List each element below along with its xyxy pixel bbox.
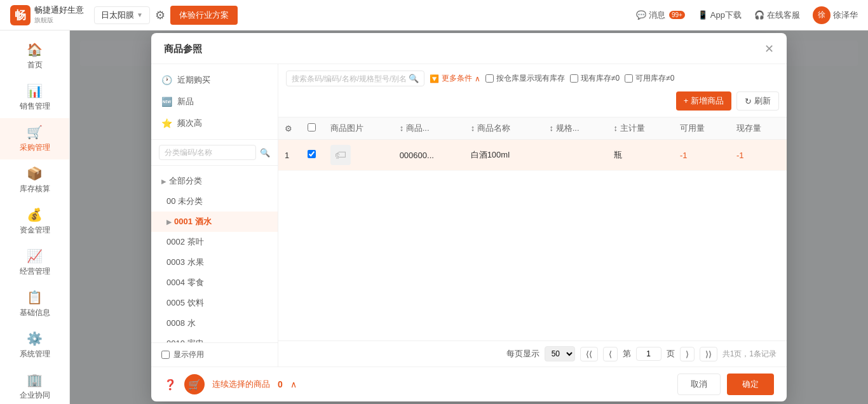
tree-item-0003[interactable]: 0003 水果 (151, 252, 278, 273)
sidebar-item-inventory[interactable]: 📦 库存核算 (0, 159, 69, 201)
select-all-checkbox[interactable] (308, 123, 316, 131)
app-icon: 📱 (698, 10, 708, 20)
tree-item-0001[interactable]: ▶ 0001 酒水 (151, 212, 278, 232)
customer-service-button[interactable]: 🎧 在线客服 (754, 10, 800, 21)
tree-item-00[interactable]: 00 未分类 (151, 191, 278, 212)
show-disabled-checkbox[interactable] (161, 351, 170, 359)
first-page-button[interactable]: ⟨⟨ (580, 347, 598, 361)
sidebar-label-home: 首页 (27, 60, 43, 71)
table-row[interactable]: 1 🏷 000600... 白酒100ml 瓶 (278, 140, 787, 171)
logo-sub: 旗舰版 (34, 16, 84, 25)
existing-stock-check[interactable] (570, 74, 578, 83)
tree-item-0002[interactable]: 0002 茶叶 (151, 232, 278, 252)
sidebar-item-basic[interactable]: 📋 基础信息 (0, 283, 69, 325)
nav-selector[interactable]: 日太阳膜 ▼ (94, 6, 150, 24)
warehouse-stock-check[interactable] (485, 74, 494, 83)
col-spec-label: ↕ 规格... (550, 123, 580, 133)
next-page-button[interactable]: ⟩ (680, 347, 695, 361)
sidebar: 🏠 首页 📊 销售管理 🛒 采购管理 📦 库存核算 💰 资金管理 📈 经营管理 … (0, 30, 70, 404)
col-checkbox (301, 118, 324, 140)
tree-arrow-0001-icon: ▶ (166, 219, 172, 226)
nav-right: 💬 消息 99+ 📱 App下载 🎧 在线客服 徐 徐泽华 (636, 6, 858, 24)
sidebar-item-home[interactable]: 🏠 首页 (0, 36, 69, 77)
available-stock-check[interactable] (625, 74, 633, 83)
sidebar-label-system: 系统管理 (20, 349, 50, 360)
collapse-icon[interactable]: ∧ (290, 379, 297, 389)
sidebar-item-enterprise[interactable]: 🏢 企业协同 (0, 366, 69, 404)
user-profile[interactable]: 徐 徐泽华 (813, 6, 858, 24)
tree-item-0010[interactable]: 0010 家电 (151, 333, 278, 342)
prev-page-button[interactable]: ⟨ (603, 347, 618, 361)
settings-icon[interactable]: ⚙ (155, 8, 165, 22)
tab-new-label: 新品 (177, 96, 194, 107)
filter-button[interactable]: 🔽 更多条件 ∧ (430, 73, 480, 84)
row-stock: -1 (730, 140, 787, 171)
col-unit[interactable]: ↕ 主计量 (607, 118, 674, 140)
confirm-button[interactable]: 确定 (727, 374, 774, 395)
sales-icon: 📊 (27, 83, 43, 98)
sidebar-item-finance[interactable]: 💰 资金管理 (0, 201, 69, 242)
category-search-icon[interactable]: 🔍 (260, 148, 270, 158)
toolbar-right: + 新增商品 ↻ 刷新 (676, 91, 779, 111)
checkbox-warehouse-stock[interactable]: 按仓库显示现有库存 (485, 73, 565, 84)
tab-frequent-label: 频次高 (177, 118, 202, 129)
tab-recent-purchase[interactable]: 🕐 近期购买 (151, 69, 278, 91)
help-icon[interactable]: ❓ (164, 379, 177, 391)
message-badge: 99+ (669, 11, 685, 19)
tree-item-0004[interactable]: 0004 零食 (151, 273, 278, 293)
row-checkbox[interactable] (308, 150, 316, 158)
col-name[interactable]: ↕ 商品名称 (465, 118, 543, 140)
sidebar-item-purchase[interactable]: 🛒 采购管理 (0, 118, 69, 159)
col-img: 商品图片 (324, 118, 393, 140)
home-icon: 🏠 (27, 42, 43, 57)
add-product-button[interactable]: + 新增商品 (676, 91, 731, 111)
left-tabs: 🕐 近期购买 🆕 新品 ⭐ 频次高 (151, 64, 278, 140)
nav-selector-arrow-icon: ▼ (137, 11, 143, 18)
product-search-input[interactable] (292, 74, 406, 83)
basic-icon: 📋 (27, 290, 43, 305)
available-stock-label: 可用库存≠0 (635, 73, 674, 84)
finance-icon: 💰 (27, 207, 43, 222)
page-number-input[interactable] (636, 347, 661, 361)
product-search-icon[interactable]: 🔍 (409, 74, 419, 83)
tree-item-0008[interactable]: 0008 水 (151, 313, 278, 333)
row-name: 白酒100ml (465, 140, 543, 171)
footer-right: 取消 确定 (677, 374, 774, 395)
messages-button[interactable]: 💬 消息 99+ (636, 10, 685, 21)
refresh-button[interactable]: ↻ 刷新 (736, 91, 779, 111)
app-download-button[interactable]: 📱 App下载 (698, 10, 742, 21)
col-settings[interactable]: ⚙ (278, 118, 301, 140)
page-num-prefix-label: 第 (623, 348, 631, 360)
filter-icon: 🔽 (430, 74, 439, 83)
message-icon: 💬 (636, 10, 646, 20)
category-search-input[interactable] (159, 145, 256, 160)
cancel-button[interactable]: 取消 (677, 374, 721, 395)
checkbox-existing-stock[interactable]: 现有库存≠0 (570, 73, 620, 84)
sidebar-label-management: 经营管理 (20, 266, 50, 277)
sidebar-item-sales[interactable]: 📊 销售管理 (0, 77, 69, 118)
checkbox-available-stock[interactable]: 可用库存≠0 (625, 73, 674, 84)
show-disabled-label: 显示停用 (173, 349, 204, 360)
row-checkbox-cell (301, 140, 324, 171)
dialog: 商品参照 ✕ 🕐 近期购买 🆕 (151, 33, 787, 401)
message-label: 消息 (649, 10, 665, 21)
trial-button[interactable]: 体验行业方案 (170, 6, 238, 25)
dialog-close-button[interactable]: ✕ (764, 42, 774, 56)
col-unit-label: ↕ 主计量 (614, 123, 645, 133)
tab-new-product[interactable]: 🆕 新品 (151, 91, 278, 112)
tree-item-all[interactable]: ▶ 全部分类 (151, 171, 278, 191)
recent-icon: 🕐 (161, 75, 172, 85)
warehouse-stock-label: 按仓库显示现有库存 (496, 73, 565, 84)
sidebar-item-management[interactable]: 📈 经营管理 (0, 242, 69, 283)
tree-item-0004-label: 0004 零食 (166, 277, 204, 288)
col-spec[interactable]: ↕ 规格... (543, 118, 607, 140)
cart-button[interactable]: 🛒 (184, 374, 205, 394)
tab-frequent[interactable]: ⭐ 频次高 (151, 112, 278, 134)
per-page-select[interactable]: 50 (545, 346, 575, 361)
last-page-button[interactable]: ⟩⟩ (700, 347, 717, 361)
logo-text: 畅捷通好生意 (34, 5, 84, 16)
tree-item-0005[interactable]: 0005 饮料 (151, 293, 278, 313)
nav-selector-text: 日太阳膜 (101, 10, 134, 21)
sidebar-item-system[interactable]: ⚙️ 系统管理 (0, 325, 69, 366)
col-code[interactable]: ↕ 商品... (393, 118, 465, 140)
